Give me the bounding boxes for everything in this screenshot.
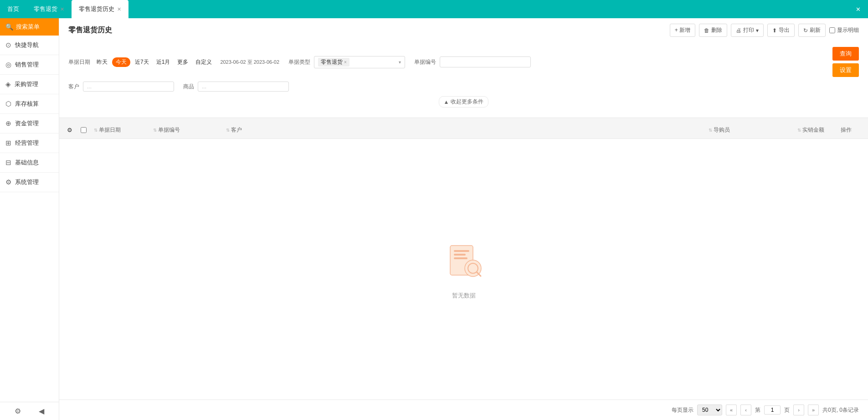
page-label: 第 <box>755 406 760 414</box>
print-dropdown-icon: ▾ <box>756 27 759 34</box>
sidebar-item-operation-label: 经营管理 <box>15 139 39 147</box>
date-filter-buttons: 昨天 今天 近7天 近1月 更多 自定义 <box>94 57 215 67</box>
th-customer-label: 客户 <box>231 126 242 134</box>
yesterday-btn[interactable]: 昨天 <box>94 57 110 67</box>
window-close-button[interactable]: ✕ <box>856 6 868 13</box>
sidebar-item-purchase[interactable]: ◈ 采购管理 <box>0 75 59 94</box>
voucher-number-label: 单据编号 <box>414 58 436 66</box>
th-guide[interactable]: ⇅ 导购员 <box>705 126 773 134</box>
sidebar-item-inventory-label: 库存核算 <box>15 100 39 108</box>
th-number-sort-icon: ⇅ <box>153 128 157 133</box>
collapse-button[interactable]: ▲ 收起更多条件 <box>439 96 489 108</box>
tab-return-history-close[interactable]: ✕ <box>117 6 121 12</box>
voucher-number-filter: 单据编号 <box>414 56 531 67</box>
filter-row-1: 单据日期 昨天 今天 近7天 近1月 更多 自定义 2023-06-02 至 2… <box>68 47 859 77</box>
th-customer-sort-icon: ⇅ <box>226 128 230 133</box>
last-page-button[interactable]: » <box>808 405 819 415</box>
tab-return-history-label: 零售退货历史 <box>79 5 114 13</box>
sidebar-audio-icon[interactable]: ◀ <box>39 407 44 415</box>
custom-date-btn[interactable]: 自定义 <box>193 57 215 67</box>
sales-icon: ◎ <box>5 61 11 69</box>
per-page-label: 每页显示 <box>672 406 693 414</box>
th-number[interactable]: ⇅ 单据编号 <box>149 126 222 134</box>
tab-home[interactable]: 首页 <box>0 0 26 18</box>
new-button[interactable]: + 新增 <box>670 24 695 37</box>
filter-row-2: 客户 ... 商品 ... <box>68 82 859 92</box>
sidebar-settings-icon[interactable]: ⚙ <box>15 407 21 415</box>
sidebar-item-sales[interactable]: ◎ 销售管理 <box>0 55 59 75</box>
per-page-select[interactable]: 50 10 20 100 <box>697 405 722 415</box>
main-layout: 🔍 搜索菜单 ⊙ 快捷导航 ◎ 销售管理 ◈ 采购管理 ⬡ 库存核算 ⊕ 资金管… <box>0 18 868 420</box>
th-customer[interactable]: ⇅ 客户 <box>222 126 705 134</box>
tab-return-label: 零售退货 <box>34 5 57 13</box>
today-btn[interactable]: 今天 <box>112 57 130 67</box>
print-button[interactable]: 🖨 打印 ▾ <box>731 24 764 37</box>
th-amount-sort-icon: ⇅ <box>797 128 801 133</box>
voucher-number-input[interactable] <box>440 56 531 67</box>
export-button[interactable]: ⬆ 导出 <box>767 24 795 37</box>
goods-placeholder: ... <box>202 83 206 90</box>
display-detail-checkbox[interactable] <box>829 27 835 33</box>
th-number-label: 单据编号 <box>158 126 180 134</box>
date-filter-label: 单据日期 <box>68 58 90 66</box>
sidebar-item-finance[interactable]: ⊕ 资金管理 <box>0 114 59 133</box>
table-select-all-checkbox[interactable] <box>77 127 90 133</box>
empty-state-icon <box>441 239 487 284</box>
table-settings-icon[interactable]: ⚙ <box>63 127 77 133</box>
prev-page-button[interactable]: ‹ <box>740 405 751 415</box>
query-button[interactable]: 查询 <box>832 47 859 61</box>
sidebar-item-quick-nav[interactable]: ⊙ 快捷导航 <box>0 36 59 55</box>
sidebar: 🔍 搜索菜单 ⊙ 快捷导航 ◎ 销售管理 ◈ 采购管理 ⬡ 库存核算 ⊕ 资金管… <box>0 18 59 420</box>
settings-button[interactable]: 设置 <box>832 63 859 77</box>
th-amount[interactable]: ⇅ 实销金额 <box>773 126 828 134</box>
th-date-label: 单据日期 <box>99 126 121 134</box>
th-action: 操作 <box>828 126 864 134</box>
voucher-type-label: 单据类型 <box>288 58 310 66</box>
filter-area: 单据日期 昨天 今天 近7天 近1月 更多 自定义 2023-06-02 至 2… <box>68 42 859 118</box>
last1month-btn[interactable]: 近1月 <box>154 57 173 67</box>
last7days-btn[interactable]: 近7天 <box>132 57 152 67</box>
sidebar-search-label: 搜索菜单 <box>16 23 40 31</box>
total-info: 共0页, 0条记录 <box>822 406 859 414</box>
voucher-type-select[interactable]: 零售退货 × ▾ <box>314 56 405 68</box>
goods-filter-label: 商品 <box>183 83 194 91</box>
refresh-button[interactable]: ↻ 刷新 <box>798 24 826 37</box>
purchase-icon: ◈ <box>5 80 11 88</box>
print-icon: 🖨 <box>736 27 741 34</box>
date-range-display: 2023-06-02 至 2023-06-02 <box>220 59 279 66</box>
sidebar-item-inventory[interactable]: ⬡ 库存核算 <box>0 94 59 114</box>
goods-select[interactable]: ... <box>198 82 289 92</box>
tab-return-history[interactable]: 零售退货历史 ✕ <box>72 0 128 18</box>
collapse-icon: ▲ <box>444 99 449 105</box>
delete-button[interactable]: 🗑 删除 <box>699 24 727 37</box>
customer-select[interactable]: ... <box>83 82 174 92</box>
first-page-button[interactable]: « <box>726 405 737 415</box>
date-filter: 单据日期 昨天 今天 近7天 近1月 更多 自定义 2023-06-02 至 2… <box>68 57 279 67</box>
tab-return-close[interactable]: ✕ <box>60 6 64 12</box>
display-detail-label[interactable]: 显示明细 <box>837 26 859 34</box>
basic-icon: ⊟ <box>5 159 11 167</box>
sidebar-search[interactable]: 🔍 搜索菜单 <box>0 18 59 36</box>
voucher-type-filter: 单据类型 零售退货 × ▾ <box>288 56 405 68</box>
tab-return[interactable]: 零售退货 ✕ <box>26 0 72 18</box>
sidebar-item-operation[interactable]: ⊞ 经营管理 <box>0 133 59 153</box>
sidebar-item-sales-label: 销售管理 <box>15 61 39 69</box>
tab-list: 首页 零售退货 ✕ 零售退货历史 ✕ <box>0 0 856 18</box>
sidebar-item-basic-label: 基础信息 <box>15 159 39 167</box>
inventory-icon: ⬡ <box>5 100 11 108</box>
display-detail-checkbox-wrapper: 显示明细 <box>829 26 859 34</box>
th-amount-label: 实销金额 <box>802 126 824 134</box>
voucher-type-tag-close[interactable]: × <box>344 60 347 65</box>
empty-state: 暂无数据 <box>59 139 868 400</box>
export-icon: ⬆ <box>772 27 777 34</box>
th-date[interactable]: ⇅ 单据日期 <box>90 126 149 134</box>
th-guide-label: 导购员 <box>714 126 730 134</box>
sidebar-item-system[interactable]: ⚙ 系统管理 <box>0 173 59 192</box>
page-number-input[interactable] <box>764 405 781 415</box>
more-date-btn[interactable]: 更多 <box>175 57 191 67</box>
next-page-button[interactable]: › <box>793 405 804 415</box>
sidebar-item-basic[interactable]: ⊟ 基础信息 <box>0 153 59 173</box>
quick-nav-icon: ⊙ <box>5 41 11 49</box>
pagination: 每页显示 50 10 20 100 « ‹ 第 页 › » 共0页, 0条记录 <box>59 400 868 420</box>
finance-icon: ⊕ <box>5 119 11 128</box>
